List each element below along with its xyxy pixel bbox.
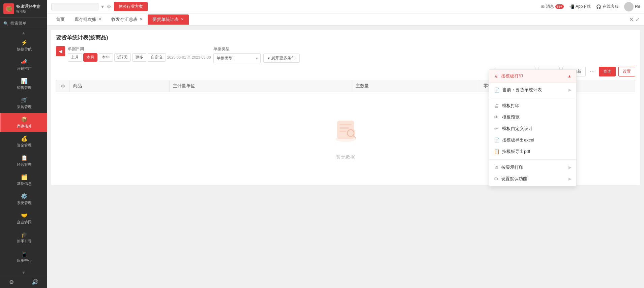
nav-icon-qiye: 🤝 <box>21 212 28 219</box>
print-dropdown-section-extra: 🖥 按显示打印 ▶ ⚙ 设置默认功能 ▶ <box>489 160 576 186</box>
page-title: 要货单统计表(按商品) <box>56 34 635 41</box>
set-default-inner: ⚙ 设置默认功能 <box>494 176 527 182</box>
tab-close-yaohuo[interactable]: ✕ <box>181 17 184 22</box>
date-btn-prev-month[interactable]: 上月 <box>68 53 82 62</box>
sidebar-item-xiaoshou[interactable]: 📊 销售管理 <box>0 74 47 94</box>
topbar-gear-icon[interactable]: ▾ <box>101 3 104 10</box>
sidebar-item-kucun[interactable]: 📦 库存核算 <box>0 113 47 132</box>
messages-badge: 99+ <box>555 4 564 9</box>
settings-button[interactable]: 设置 <box>618 67 635 76</box>
topbar-settings-icon[interactable]: ⚙ <box>107 3 111 10</box>
print-dropdown-header-left: 🖨 按模板打印 <box>494 73 523 79</box>
col-quantity: 主数量 <box>352 80 480 92</box>
tab-close-shoufawu[interactable]: ✕ <box>140 17 143 22</box>
col-settings[interactable]: ⚙ <box>56 80 70 92</box>
sidebar-item-yingxiao[interactable]: 📣 营销推广 <box>0 55 47 74</box>
app-name: 畅康通好生意 标准版 <box>16 4 40 14</box>
tab-home[interactable]: 首页 <box>51 14 70 25</box>
sidebar-item-caigou[interactable]: 🛒 采购管理 <box>0 94 47 113</box>
query-button[interactable]: 查询 <box>599 67 616 76</box>
nav-icon-xiaoshou: 📊 <box>21 78 28 84</box>
type-filter-label: 单据类型 <box>213 46 261 52</box>
tab-shoufawu[interactable]: 收发存汇总表 ✕ <box>107 14 148 25</box>
sidebar-logo: 🌿 畅康通好生意 标准版 <box>0 0 47 18</box>
date-btn-more[interactable]: 更多 <box>132 53 146 62</box>
industry-solution-button[interactable]: 体验行业方案 <box>114 2 148 11</box>
template-export-pdf-item[interactable]: 📋 按模板导出pdf <box>489 146 576 157</box>
sidebar-item-xinshou[interactable]: 🎓 新手引导 <box>0 228 47 247</box>
nav-icon-kucun: 📦 <box>21 116 28 123</box>
user-avatar <box>624 2 634 11</box>
print-dropdown-section-current: 📄 当前：要货单统计表 ▶ <box>489 83 576 97</box>
current-template-chevron-icon: ▶ <box>568 88 572 92</box>
sidebar-item-weixin[interactable]: 💬 企业微信 <box>0 266 47 269</box>
page-content: 要货单统计表(按商品) ◀ 单据日期 上月 本月 本年 近7天 更多 自定义 2… <box>47 26 644 288</box>
date-btn-this-month[interactable]: 本月 <box>83 53 97 62</box>
topbar-search-input[interactable] <box>51 3 98 10</box>
sidebar-item-qiye[interactable]: 🤝 企业协同 <box>0 209 47 228</box>
date-btn-last-7-days[interactable]: 近7天 <box>114 53 131 62</box>
expand-tab-button[interactable]: ⤢ <box>636 16 640 23</box>
display-print-inner: 🖥 按显示打印 <box>494 164 523 170</box>
table-settings-icon[interactable]: ⚙ <box>61 84 65 89</box>
export-pdf-icon: 📋 <box>494 149 499 154</box>
tabs-bar: 首页 库存批次账 ✕ 收发存汇总表 ✕ 要货单统计表 ✕ ✕ ⤢ <box>47 13 644 26</box>
expand-icon: ▾ <box>268 56 270 61</box>
type-select-wrapper: 单据类型 <box>213 53 261 63</box>
audio-bottom-btn[interactable]: 🔊 <box>32 279 38 285</box>
nav-icon-zijin: 💰 <box>21 135 28 142</box>
sidebar-item-kuaijie[interactable]: ⚡ 快捷导航 <box>0 36 47 55</box>
print-dropdown-header[interactable]: 🖨 按模板打印 ▲ <box>489 70 576 83</box>
messages-icon: ✉ <box>541 4 545 9</box>
messages-item[interactable]: ✉ 消息 99+ <box>541 4 564 9</box>
sidebar-search[interactable]: 🔍 搜索菜单 <box>0 18 47 29</box>
topbar: ▾ ⚙ 体验行业方案 ✉ 消息 99+ 📲 App下载 🎧 在线客服 Rit <box>47 0 644 13</box>
filter-toggle-button[interactable]: ◀ <box>56 46 65 56</box>
app-download-icon: 📲 <box>569 4 574 9</box>
template-design-item[interactable]: ✏ 模板自定义设计 <box>489 123 576 134</box>
col-product: 商品 <box>70 80 170 92</box>
tab-yaohuo[interactable]: 要货单统计表 ✕ <box>148 14 189 25</box>
sidebar-item-jichu[interactable]: 🗂️ 基础信息 <box>0 170 47 190</box>
settings-bottom-btn[interactable]: ⚙ <box>9 279 14 285</box>
template-preview-item[interactable]: 👁 模板预览 <box>489 111 576 123</box>
date-filter-row: 上月 本月 本年 近7天 更多 自定义 2023-06-01 至 2023-06… <box>68 53 211 62</box>
date-btn-this-year[interactable]: 本年 <box>99 53 113 62</box>
sidebar-item-xitong[interactable]: ⚙️ 系统管理 <box>0 190 47 209</box>
type-filter-group: 单据类型 单据类型 <box>213 46 261 63</box>
sidebar-item-zijin[interactable]: 💰 资金管理 <box>0 132 47 151</box>
nav-icon-yingyong: 📱 <box>21 251 28 257</box>
user-avatar-item[interactable]: Rit <box>624 2 640 11</box>
sidebar-nav: ⚡ 快捷导航 📣 营销推广 📊 销售管理 🛒 采购管理 📦 库存核算 💰 资金管… <box>0 36 47 269</box>
type-select[interactable]: 单据类型 <box>213 53 261 63</box>
close-all-tabs-button[interactable]: ✕ <box>629 16 634 23</box>
more-options-button[interactable]: ··· <box>588 68 596 75</box>
sidebar-scroll-down[interactable]: ▼ <box>0 269 47 276</box>
tab-close-kucun-pizhang[interactable]: ✕ <box>98 17 101 22</box>
current-template-item[interactable]: 📄 当前：要货单统计表 ▶ <box>489 84 576 96</box>
search-icon: 🔍 <box>3 21 8 26</box>
tab-kucun-pizhang[interactable]: 库存批次账 ✕ <box>70 14 107 25</box>
set-default-item[interactable]: ⚙ 设置默认功能 ▶ <box>489 173 576 185</box>
main-content: ▾ ⚙ 体验行业方案 ✉ 消息 99+ 📲 App下载 🎧 在线客服 Rit <box>47 0 644 288</box>
expand-more-conditions-button[interactable]: ▾ 展开更多条件 <box>263 54 300 63</box>
dropdown-divider-2 <box>489 159 576 160</box>
app-download-item[interactable]: 📲 App下载 <box>569 4 591 9</box>
sidebar-item-jingying[interactable]: 📋 经营管理 <box>0 151 47 170</box>
sidebar-scroll-up[interactable]: ▲ <box>0 29 47 36</box>
display-print-item[interactable]: 🖥 按显示打印 ▶ <box>489 162 576 173</box>
empty-illustration <box>329 112 362 151</box>
template-print-item[interactable]: 🖨 模板打印 <box>489 100 576 111</box>
nav-icon-jichu: 🗂️ <box>21 174 28 180</box>
current-template-inner: 📄 当前：要货单统计表 <box>494 87 542 93</box>
svg-rect-5 <box>340 127 349 129</box>
dropdown-divider-1 <box>489 98 576 98</box>
template-export-excel-item[interactable]: 📄 按模板导出excel <box>489 134 576 146</box>
date-btn-custom[interactable]: 自定义 <box>148 53 166 62</box>
online-support-item[interactable]: 🎧 在线客服 <box>596 4 619 9</box>
print-dropdown-section-items: 🖨 模板打印 👁 模板预览 ✏ 模板自定义设计 📄 按模板导出excel 📋 <box>489 99 576 159</box>
sidebar-bottom: ⚙ 🔊 <box>0 276 47 288</box>
export-excel-icon: 📄 <box>494 137 499 143</box>
sidebar-item-yingyong[interactable]: 📱 应用中心 <box>0 247 47 266</box>
nav-icon-xinshou: 🎓 <box>21 231 28 238</box>
